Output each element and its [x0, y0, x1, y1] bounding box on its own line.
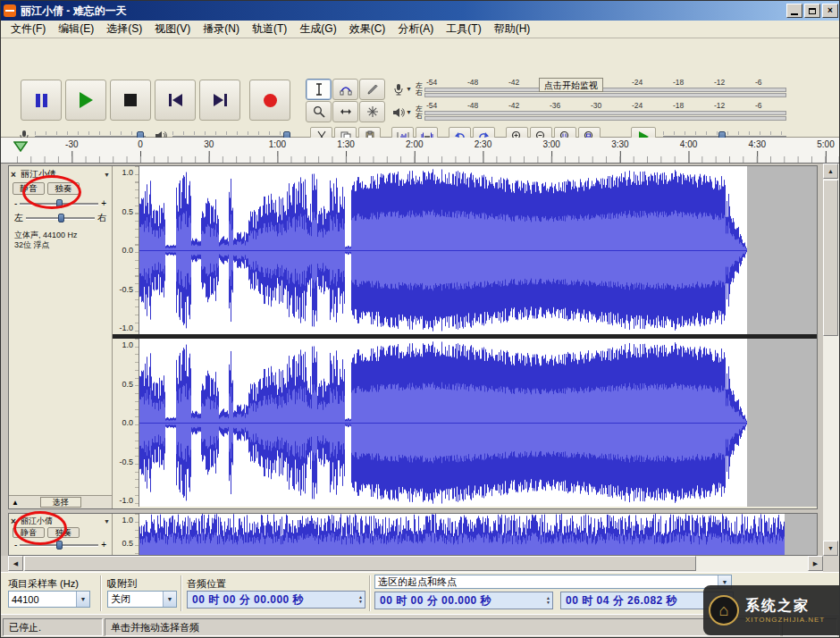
dropdown-arrow-icon[interactable]: ▼ — [163, 592, 176, 607]
vertical-scroll-thumb[interactable] — [823, 180, 838, 336]
project-rate-label: 项目采样率 (Hz) — [8, 577, 79, 591]
record-button[interactable] — [249, 80, 290, 121]
meter-scale-value: -48 — [467, 78, 478, 87]
multi-tool-button[interactable] — [359, 101, 385, 122]
mute-button[interactable]: 静音 — [13, 182, 45, 195]
horizontal-scrollbar[interactable]: ◀ ▶ — [8, 556, 823, 572]
menu-item-6[interactable]: 生成(G) — [293, 20, 342, 38]
ruler-value: -0.5 — [119, 458, 133, 466]
gain-min-label: - — [14, 540, 17, 550]
project-rate-dropdown[interactable]: 44100▼ — [8, 591, 90, 608]
horizontal-scroll-thumb[interactable] — [24, 556, 696, 571]
track-title[interactable]: 丽江小倩 — [21, 168, 104, 180]
timeshift-icon — [340, 105, 352, 118]
scroll-down-button[interactable]: ▼ — [823, 541, 838, 556]
track-close-button[interactable]: × — [11, 516, 21, 526]
solo-button[interactable]: 独奏 — [47, 182, 80, 195]
pause-button[interactable] — [21, 80, 62, 121]
collapse-button[interactable]: ▲ — [9, 499, 21, 507]
track-title[interactable]: 丽江小倩 — [21, 516, 104, 527]
track-2: × 丽江小倩 ▼ 静音 独奏 - + 1.00.5 — [8, 513, 818, 556]
menu-item-2[interactable]: 选择(S) — [100, 20, 148, 38]
stop-icon — [124, 94, 137, 106]
envelope-tool-button[interactable] — [332, 79, 358, 100]
menu-item-0[interactable]: 文件(F) — [4, 20, 52, 38]
meter-dropdown-icon[interactable]: ▼ — [406, 86, 414, 92]
menu-item-3[interactable]: 视图(V) — [148, 20, 197, 38]
window-title: 丽江小倩 - 难忘的一天 — [21, 4, 786, 19]
playback-meter[interactable]: ▼ 左右 -54-48-42-36-30-24-18-12-6 — [391, 101, 790, 123]
vertical-scrollbar[interactable]: ▲ ▼ — [823, 164, 839, 556]
envelope-icon — [340, 83, 352, 96]
title-bar[interactable]: 丽江小倩 - 难忘的一天 × — [1, 1, 840, 21]
ruler-value: 0.5 — [122, 380, 133, 389]
waveform-channel-1[interactable] — [139, 166, 817, 334]
skip-to-start-button[interactable] — [155, 80, 196, 121]
spinner-icon[interactable]: ▲▼ — [356, 595, 363, 604]
timeline-label: 5:00 — [811, 139, 840, 149]
gain-slider-thumb[interactable] — [56, 541, 63, 550]
snap-to-dropdown[interactable]: 关闭▼ — [107, 591, 177, 608]
meter-scale-value: -48 — [467, 101, 478, 110]
pan-slider[interactable] — [26, 214, 95, 222]
meter-scale-value: -12 — [714, 101, 725, 110]
menu-item-8[interactable]: 分析(A) — [391, 20, 440, 38]
draw-tool-button[interactable] — [359, 79, 385, 100]
track-1: × 丽江小倩 ▼ 静音 独奏 - + 左 右 — [8, 165, 818, 509]
timeline-ruler[interactable]: -300301:001:302:002:303:003:304:004:305:… — [1, 138, 840, 164]
vertical-ruler-ch2[interactable]: 1.00.50.0-0.5-1.0 — [113, 339, 139, 507]
recording-meter[interactable]: ▼ 左右 -54-48-42-36-30-24-18-12-6 点击开始监视 — [391, 78, 790, 100]
dropdown-arrow-icon[interactable]: ▼ — [76, 592, 89, 607]
meter-dropdown-icon[interactable]: ▼ — [406, 109, 414, 115]
scroll-up-button[interactable]: ▲ — [823, 164, 838, 179]
multi-tool-icon — [366, 105, 379, 118]
gain-max-label: + — [101, 540, 106, 550]
gain-slider-thumb[interactable] — [56, 199, 63, 208]
gain-slider[interactable] — [20, 541, 98, 550]
zoom-tool-button[interactable] — [306, 101, 332, 122]
solo-button[interactable]: 独奏 — [47, 527, 80, 538]
timeshift-tool-button[interactable] — [332, 101, 358, 122]
menu-item-4[interactable]: 播录(N) — [197, 20, 246, 38]
spinner-icon[interactable]: ▲▼ — [543, 596, 550, 605]
mute-button[interactable]: 静音 — [13, 527, 45, 538]
menu-item-9[interactable]: 工具(T) — [440, 20, 487, 38]
menu-item-7[interactable]: 效果(C) — [343, 20, 392, 38]
minimize-icon — [791, 13, 798, 15]
track-format-line2: 32位 浮点 — [14, 240, 108, 250]
selection-range-dropdown[interactable]: 选区的起点和终点▼ — [374, 575, 732, 589]
playback-meter-body[interactable]: -54-48-42-36-30-24-18-12-6 — [424, 101, 790, 123]
pan-slider-thumb[interactable] — [58, 214, 64, 222]
recording-meter-body[interactable]: -54-48-42-36-30-24-18-12-6 点击开始监视 — [424, 78, 790, 100]
meter-toolbar: ▼ 左右 -54-48-42-36-30-24-18-12-6 点击开始监视 ▼… — [391, 78, 790, 124]
play-icon — [80, 92, 93, 108]
waveform-track2[interactable] — [139, 514, 817, 555]
selection-start-display[interactable]: 00 时 00 分 00.000 秒 ▲▼ — [374, 592, 553, 609]
pause-icon — [36, 94, 47, 107]
menu-item-5[interactable]: 轨道(T) — [246, 20, 293, 38]
restore-button[interactable] — [804, 4, 820, 18]
minimize-button[interactable] — [786, 4, 802, 18]
track-select-button[interactable]: 选择 — [40, 497, 81, 508]
magnifier-icon — [313, 105, 325, 118]
close-button[interactable]: × — [822, 4, 838, 18]
menu-item-10[interactable]: 帮助(H) — [488, 20, 537, 38]
waveform-channel-2[interactable] — [139, 339, 817, 507]
scroll-right-button[interactable]: ▶ — [808, 556, 823, 571]
selection-tool-button[interactable] — [306, 79, 332, 100]
slider-ticks — [172, 131, 290, 135]
track-menu-arrow-icon[interactable]: ▼ — [104, 518, 110, 525]
play-button[interactable] — [65, 80, 106, 121]
slider-ticks — [35, 131, 146, 135]
track-menu-arrow-icon[interactable]: ▼ — [104, 172, 110, 178]
monitor-hint[interactable]: 点击开始监视 — [539, 78, 603, 92]
menu-item-1[interactable]: 编辑(E) — [52, 20, 100, 38]
track-close-button[interactable]: × — [11, 170, 21, 180]
audio-position-display[interactable]: 00 时 00 分 00.000 秒 ▲▼ — [187, 591, 365, 609]
stop-button[interactable] — [110, 80, 151, 121]
gain-slider[interactable] — [20, 199, 98, 208]
scroll-left-button[interactable]: ◀ — [8, 556, 23, 571]
vertical-ruler-ch1[interactable]: 1.00.50.0-0.5-1.0 — [113, 166, 139, 334]
vertical-ruler[interactable]: 1.00.5 — [113, 514, 139, 555]
skip-to-end-button[interactable] — [199, 80, 240, 121]
